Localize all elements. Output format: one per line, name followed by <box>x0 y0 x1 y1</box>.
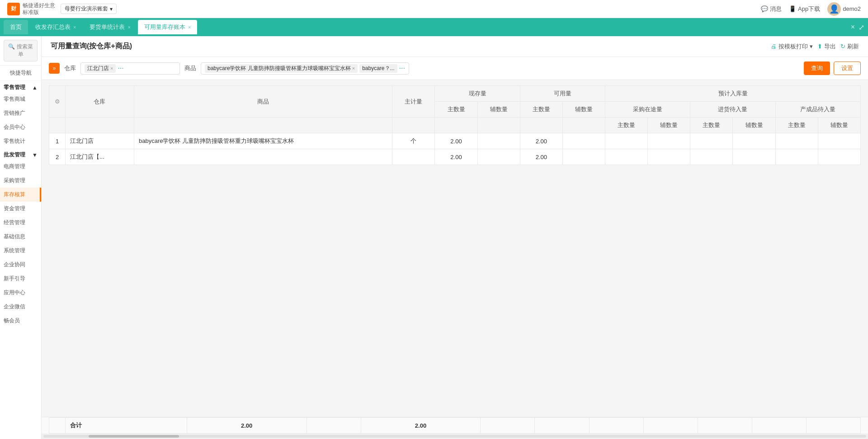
row-stock-main: 2.00 <box>435 133 477 149</box>
sidebar-item-vip[interactable]: 畅会员 <box>0 314 41 328</box>
product-more-icon[interactable]: ··· <box>399 64 405 72</box>
scrollbar-thumb[interactable] <box>89 435 179 438</box>
row-purchase-sub <box>648 149 690 165</box>
refresh-icon: ↻ <box>840 43 845 50</box>
sidebar-item-members[interactable]: 会员中心 <box>0 120 41 134</box>
page-title: 可用量查询(按仓库+商品) <box>51 42 132 51</box>
main-layout: 🔍 搜索菜单 快捷导航 零售管理 ▲ 零售商城 营销推广 会员中心 零售统计 批… <box>0 36 868 439</box>
content-area: 可用量查询(按仓库+商品) 🖨 按模板打印 ▾ ⬆ 导出 ↻ 刷新 <box>42 36 868 439</box>
col-available-group-header: 可用量 <box>520 86 605 102</box>
col-purchase-group-header: 采购在途量 <box>605 102 690 118</box>
sidebar-item-enterprise[interactable]: 企业协同 <box>0 258 41 272</box>
tab-home[interactable]: 首页 <box>4 20 28 34</box>
brand-selector[interactable]: 母婴行业演示账套 ▾ <box>61 4 117 14</box>
row-product <box>134 149 392 165</box>
col-empty <box>392 118 435 133</box>
product-tag-1-remove[interactable]: × <box>352 66 355 71</box>
sidebar-section-retail[interactable]: 零售管理 ▲ <box>0 81 41 92</box>
sidebar-item-system[interactable]: 系统管理 <box>0 244 41 258</box>
sidebar-item-onboarding[interactable]: 新手引导 <box>0 272 41 286</box>
export-button[interactable]: ⬆ 导出 <box>817 42 836 51</box>
chevron-down-icon: ▾ <box>810 43 813 50</box>
app-download-button[interactable]: 📱 App下载 <box>789 5 820 13</box>
row-warehouse: 江北门店【... <box>66 149 134 165</box>
row-available-main: 2.00 <box>520 149 562 165</box>
search-icon: 🔍 <box>8 43 15 50</box>
filter-bar: » 仓库 江北门店 × ··· 商品 babycare学饮杯 儿童防摔防撞吸管杯… <box>42 57 868 80</box>
col-production-main-header: 主数量 <box>775 118 818 133</box>
tab-close-icon[interactable]: × <box>73 24 76 30</box>
sidebar-item-wechat[interactable]: 企业微信 <box>0 300 41 314</box>
row-inbound-sub <box>733 133 775 149</box>
sidebar-item-finance[interactable]: 资金管理 <box>0 202 41 216</box>
sidebar-item-inventory[interactable]: 库存核算 <box>0 188 41 202</box>
table-area: ⚙ 仓库 商品 主计量 现存量 <box>42 80 868 417</box>
col-inbound-group-header: 进货待入量 <box>690 102 775 118</box>
message-button[interactable]: 💬 消息 <box>761 5 782 13</box>
query-button[interactable]: 查询 <box>804 61 830 75</box>
col-production-group-header: 产成品待入量 <box>775 102 860 118</box>
warehouse-input[interactable]: 江北门店 × ··· <box>80 62 180 75</box>
tab-order-stats[interactable]: 要货单统计表 × <box>83 20 137 34</box>
settings-button[interactable]: 设置 <box>834 61 861 75</box>
chevron-down-icon: ▾ <box>110 6 113 12</box>
product-tag-2: babycare？... <box>359 64 397 73</box>
warehouse-more-icon[interactable]: ··· <box>118 64 123 72</box>
refresh-button[interactable]: ↻ 刷新 <box>840 42 859 51</box>
tab-receive-summary[interactable]: 收发存汇总表 × <box>29 20 82 34</box>
tab-close-icon[interactable]: × <box>127 24 130 30</box>
row-available-sub <box>562 133 605 149</box>
close-all-button[interactable]: × <box>851 23 855 31</box>
app-download-icon: 📱 <box>789 5 796 12</box>
filter-expand-button[interactable]: » <box>49 63 60 74</box>
product-tag-1: babycare学饮杯 儿童防摔防撞吸管杯重力球吸嘴杯宝宝水杯 × <box>205 64 358 73</box>
footer-available-sub <box>481 418 535 434</box>
row-index: 1 <box>49 133 66 149</box>
chevron-icon: ▼ <box>32 152 38 158</box>
sidebar-item-operations[interactable]: 经营管理 <box>0 216 41 230</box>
user-area[interactable]: 👤 demo2 <box>827 2 861 16</box>
row-warehouse: 江北门店 <box>66 133 134 149</box>
horizontal-scrollbar[interactable] <box>42 434 868 439</box>
footer-label: 合计 <box>66 418 187 434</box>
tab-available-inventory[interactable]: 可用量库存账本 × <box>138 20 197 34</box>
sidebar-item-purchase[interactable]: 采购管理 <box>0 174 41 188</box>
search-menu-button[interactable]: 🔍 搜索菜单 <box>4 40 38 61</box>
table-row: 2 江北门店【... 2.00 2.00 <box>49 149 861 165</box>
row-inbound-main <box>690 149 733 165</box>
sidebar-item-ecommerce[interactable]: 电商管理 <box>0 160 41 174</box>
col-inbound-main-header: 主数量 <box>690 118 733 133</box>
page-header: 可用量查询(按仓库+商品) 🖨 按模板打印 ▾ ⬆ 导出 ↻ 刷新 <box>42 36 868 57</box>
sidebar-section-wholesale[interactable]: 批发管理 ▼ <box>0 148 41 160</box>
sidebar-item-app-center[interactable]: 应用中心 <box>0 286 41 300</box>
top-bar-left: 财 畅捷通好生意 标准版 母婴行业演示账套 ▾ <box>7 2 117 15</box>
sidebar-item-retail-mall[interactable]: 零售商城 <box>0 92 41 106</box>
expand-button[interactable]: ⤢ <box>859 23 864 32</box>
row-production-main <box>775 149 818 165</box>
sidebar-item-quick-nav[interactable]: 快捷导航 <box>0 66 41 81</box>
sidebar-item-basic-info[interactable]: 基础信息 <box>0 230 41 244</box>
col-available-sub-header: 辅数量 <box>562 102 605 118</box>
chevron-icon: ▲ <box>32 85 38 91</box>
sidebar-item-retail-stats[interactable]: 零售统计 <box>0 134 41 148</box>
row-production-sub <box>818 149 860 165</box>
tab-close-icon[interactable]: × <box>188 24 191 30</box>
print-button[interactable]: 🖨 按模板打印 ▾ <box>771 42 813 51</box>
filter-actions: 查询 设置 <box>804 61 861 75</box>
col-settings-header[interactable]: ⚙ <box>49 86 66 118</box>
header-actions: 🖨 按模板打印 ▾ ⬆ 导出 ↻ 刷新 <box>771 42 859 51</box>
col-empty <box>520 118 562 133</box>
row-available-main: 2.00 <box>520 133 562 149</box>
row-inbound-sub <box>733 149 775 165</box>
sidebar-item-marketing[interactable]: 营销推广 <box>0 106 41 120</box>
col-forecast-group-header: 预计入库量 <box>605 86 861 102</box>
sidebar: 🔍 搜索菜单 快捷导航 零售管理 ▲ 零售商城 营销推广 会员中心 零售统计 批… <box>0 36 42 439</box>
col-empty <box>49 118 66 133</box>
warehouse-label: 仓库 <box>64 64 76 72</box>
col-warehouse-header: 仓库 <box>66 86 134 118</box>
warehouse-tag-remove[interactable]: × <box>110 66 113 71</box>
col-empty <box>562 118 605 133</box>
product-input[interactable]: babycare学饮杯 儿童防摔防撞吸管杯重力球吸嘴杯宝宝水杯 × babyca… <box>201 62 409 75</box>
footer-empty <box>49 418 66 434</box>
row-product: babycare学饮杯 儿童防摔防撞吸管杯重力球吸嘴杯宝宝水杯 <box>134 133 392 149</box>
